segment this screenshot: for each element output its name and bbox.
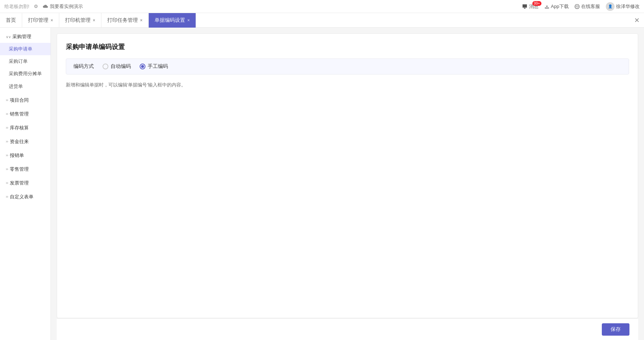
radio-manual-circle bbox=[140, 64, 145, 69]
user-name: 徐泽华修改 bbox=[616, 3, 640, 10]
app-download-label: App下载 bbox=[551, 3, 569, 10]
tab-print-management[interactable]: 打印管理 × bbox=[22, 13, 59, 28]
content-footer: 保存 bbox=[57, 318, 638, 340]
cloud-icon bbox=[43, 4, 48, 9]
svg-point-1 bbox=[575, 4, 579, 9]
sidebar-item-purchase-request[interactable]: 采购申请单 bbox=[0, 43, 51, 55]
demo-link[interactable]: 我要看实例演示 bbox=[43, 3, 83, 10]
project-contract-arrow: › bbox=[6, 98, 8, 102]
close-all-tabs[interactable]: ✕ bbox=[630, 16, 644, 24]
auto-code-label: 自动编码 bbox=[111, 63, 131, 70]
encoding-label: 编码方式 bbox=[73, 63, 94, 70]
close-print-management[interactable]: × bbox=[51, 18, 53, 23]
radio-manual-code[interactable]: 手工编码 bbox=[140, 63, 168, 70]
user-info[interactable]: 👤 徐泽华修改 bbox=[606, 2, 640, 11]
sidebar-group-title-project-contract[interactable]: › 项目合同 bbox=[0, 94, 51, 106]
close-printer-management[interactable]: × bbox=[93, 18, 95, 23]
procurement-arrow: ∨ bbox=[6, 35, 11, 39]
encoding-section: 编码方式 自动编码 手工编码 bbox=[66, 58, 629, 74]
brand-label: 给老板勿割! bbox=[4, 3, 29, 10]
online-service-label: 在线客服 bbox=[581, 3, 600, 10]
returns-arrow: › bbox=[6, 153, 8, 157]
sidebar-group-returns: › 报销单 bbox=[0, 149, 51, 162]
tab-barcode-setting[interactable]: 单据编码设置 × bbox=[149, 13, 196, 28]
custom-form-arrow: › bbox=[6, 195, 8, 199]
sidebar-group-title-retail[interactable]: › 零售管理 bbox=[0, 163, 51, 175]
tab-print-task[interactable]: 打印任务管理 × bbox=[101, 13, 149, 28]
sidebar-group-custom-form: › 自定义表单 bbox=[0, 191, 51, 203]
top-bar: 给老板勿割! ⚙ 我要看实例演示 消息 99+ App下载 在线客服 👤 徐泽华… bbox=[0, 0, 644, 13]
sidebar-item-stock-in[interactable]: 进货单 bbox=[0, 80, 51, 93]
sidebar-group-title-inventory[interactable]: › 库存核算 bbox=[0, 122, 51, 134]
download-icon bbox=[544, 4, 549, 9]
avatar: 👤 bbox=[606, 2, 615, 11]
sidebar-item-purchase-fee[interactable]: 采购费用分摊单 bbox=[0, 68, 51, 80]
top-bar-right: 消息 99+ App下载 在线客服 👤 徐泽华修改 bbox=[522, 2, 640, 11]
message-button[interactable]: 消息 99+ bbox=[522, 3, 539, 10]
sidebar-group-procurement: ∨ 采购管理 采购申请单 采购订单 采购费用分摊单 进货单 bbox=[0, 31, 51, 93]
sidebar-group-title-returns[interactable]: › 报销单 bbox=[0, 149, 51, 162]
svg-rect-0 bbox=[545, 8, 549, 8]
retail-arrow: › bbox=[6, 167, 8, 171]
message-badge: 99+ bbox=[532, 1, 541, 6]
sidebar-group-inventory: › 库存核算 bbox=[0, 122, 51, 134]
sidebar-group-title-procurement[interactable]: ∨ 采购管理 bbox=[0, 31, 51, 43]
radio-group: 自动编码 手工编码 bbox=[103, 63, 168, 70]
page-title: 采购申请单编码设置 bbox=[66, 42, 629, 51]
sidebar-item-purchase-order[interactable]: 采购订单 bbox=[0, 55, 51, 68]
sidebar-group-sales: › 销售管理 bbox=[0, 108, 51, 120]
message-icon bbox=[522, 4, 528, 9]
hint-text: 新增和编辑单据时，可以编辑'单据编号'输入框中的内容。 bbox=[66, 82, 629, 88]
invoice-arrow: › bbox=[6, 181, 8, 185]
content-inner: 采购申请单编码设置 编码方式 自动编码 手工编码 新增和编辑单据时，可以编辑'单… bbox=[57, 33, 638, 318]
app-download-button[interactable]: App下载 bbox=[544, 3, 569, 10]
sidebar-group-retail: › 零售管理 bbox=[0, 163, 51, 175]
funds-arrow: › bbox=[6, 139, 8, 143]
sidebar-group-funds: › 资金往来 bbox=[0, 135, 51, 148]
sidebar-group-title-funds[interactable]: › 资金往来 bbox=[0, 135, 51, 148]
tab-printer-management[interactable]: 打印机管理 × bbox=[59, 13, 101, 28]
content-area: 采购申请单编码设置 编码方式 自动编码 手工编码 新增和编辑单据时，可以编辑'单… bbox=[51, 28, 644, 340]
sidebar-group-project-contract: › 项目合同 bbox=[0, 94, 51, 106]
tab-bar: 首页 打印管理 × 打印机管理 × 打印任务管理 × 单据编码设置 × ✕ bbox=[0, 13, 644, 28]
top-bar-left: 给老板勿割! ⚙ 我要看实例演示 bbox=[4, 3, 83, 10]
sales-arrow: › bbox=[6, 112, 8, 116]
sidebar-group-title-custom-form[interactable]: › 自定义表单 bbox=[0, 191, 51, 203]
main-layout: ∨ 采购管理 采购申请单 采购订单 采购费用分摊单 进货单 › 项目合同 bbox=[0, 28, 644, 340]
svg-point-2 bbox=[577, 7, 577, 8]
save-button[interactable]: 保存 bbox=[602, 323, 629, 336]
settings-icon[interactable]: ⚙ bbox=[34, 4, 38, 9]
radio-auto-code[interactable]: 自动编码 bbox=[103, 63, 131, 70]
manual-code-label: 手工编码 bbox=[148, 63, 168, 70]
tab-home[interactable]: 首页 bbox=[0, 13, 22, 28]
sidebar: ∨ 采购管理 采购申请单 采购订单 采购费用分摊单 进货单 › 项目合同 bbox=[0, 28, 51, 340]
demo-link-label: 我要看实例演示 bbox=[50, 3, 83, 10]
service-icon bbox=[575, 4, 580, 9]
online-service-button[interactable]: 在线客服 bbox=[575, 3, 600, 10]
close-barcode-setting[interactable]: × bbox=[187, 18, 190, 23]
sidebar-group-invoice: › 发票管理 bbox=[0, 177, 51, 189]
sidebar-group-title-sales[interactable]: › 销售管理 bbox=[0, 108, 51, 120]
sidebar-group-title-invoice[interactable]: › 发票管理 bbox=[0, 177, 51, 189]
radio-auto-circle bbox=[103, 64, 108, 69]
close-print-task[interactable]: × bbox=[140, 18, 143, 23]
inventory-arrow: › bbox=[6, 126, 8, 130]
